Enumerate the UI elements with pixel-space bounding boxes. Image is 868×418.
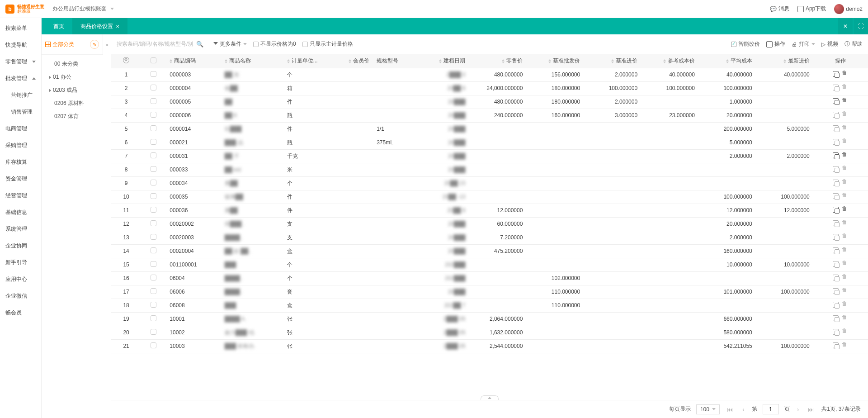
- col-wholesale[interactable]: 基准批发价: [526, 54, 584, 68]
- copy-icon[interactable]: [833, 125, 839, 131]
- delete-icon[interactable]: [842, 275, 848, 280]
- table-row[interactable]: 20000004收██箱20██ 824,000.000000180.00000…: [111, 81, 868, 95]
- print-button[interactable]: 🖨 打印: [792, 40, 815, 48]
- row-checkbox[interactable]: [141, 217, 166, 231]
- copy-icon[interactable]: [833, 288, 839, 294]
- col-date[interactable]: 建档日期: [417, 54, 469, 68]
- copy-icon[interactable]: [833, 180, 839, 185]
- delete-icon[interactable]: [842, 315, 848, 321]
- nav-item[interactable]: 批发管理: [0, 70, 41, 87]
- last-page-button[interactable]: ⏭: [806, 406, 816, 413]
- col-refcost[interactable]: 参考成本价: [641, 54, 698, 68]
- delete-icon[interactable]: [842, 139, 848, 145]
- col-unit[interactable]: 计量单位...: [283, 54, 336, 68]
- prev-page-button[interactable]: ‹: [741, 406, 746, 413]
- user-menu[interactable]: demo2: [834, 4, 863, 14]
- nav-item[interactable]: 采购管理: [0, 137, 41, 154]
- tab-home[interactable]: 首页: [45, 18, 72, 34]
- search-input[interactable]: [117, 39, 193, 49]
- nav-item[interactable]: 电商管理: [0, 120, 41, 137]
- first-page-button[interactable]: ⏮: [725, 406, 735, 413]
- delete-icon[interactable]: [842, 247, 848, 253]
- app-download-button[interactable]: App下载: [797, 5, 826, 13]
- table-row[interactable]: 1806008███盒202██ 7110.000000: [111, 299, 868, 312]
- table-row[interactable]: 1300020003████ .支20███7.2000002.000000: [111, 231, 868, 244]
- table-row[interactable]: 7000031██ 子千克20███2.0000002.000000: [111, 149, 868, 163]
- delete-icon[interactable]: [842, 85, 848, 90]
- more-conditions-button[interactable]: 更多条件: [213, 40, 247, 48]
- copy-icon[interactable]: [833, 220, 839, 226]
- workspace-selector[interactable]: 办公用品行业模拟账套: [45, 5, 121, 13]
- copy-icon[interactable]: [833, 152, 839, 158]
- delete-icon[interactable]: [842, 152, 848, 158]
- row-checkbox[interactable]: [141, 244, 166, 258]
- copy-icon[interactable]: [833, 261, 839, 267]
- table-row[interactable]: 10000003██ 东个2███ 0480.000000156.0000002…: [111, 68, 868, 81]
- table-row[interactable]: 1706006████ .套20███110.000000101.0000001…: [111, 285, 868, 299]
- copy-icon[interactable]: [833, 315, 839, 321]
- nav-item[interactable]: 应用中心: [0, 271, 41, 288]
- category-edit-button[interactable]: ✎: [90, 40, 99, 49]
- table-row[interactable]: 40000006██ K瓶20███240.000000160.0000003.…: [111, 109, 868, 122]
- row-checkbox[interactable]: [141, 176, 166, 190]
- col-code[interactable]: 商品编码: [166, 54, 221, 68]
- table-row[interactable]: 10000035玻璃██件20██ -13100.000000100.00000…: [111, 190, 868, 204]
- row-checkbox[interactable]: [141, 81, 166, 95]
- nav-item[interactable]: 经营管理: [0, 187, 41, 204]
- column-settings[interactable]: [111, 54, 141, 68]
- table-row[interactable]: 11000036测██件20██ 812.00000012.00000012.0…: [111, 204, 868, 217]
- table-row[interactable]: 15001100001███个202███10.00000010.000000: [111, 258, 868, 271]
- page-input[interactable]: [763, 404, 779, 414]
- only-main-unit-checkbox[interactable]: 只显示主计量价格: [302, 40, 353, 48]
- delete-icon[interactable]: [842, 342, 848, 348]
- delete-icon[interactable]: [842, 193, 848, 199]
- row-checkbox[interactable]: [141, 163, 166, 176]
- nav-item[interactable]: 搜索菜单: [0, 20, 41, 37]
- tab-price-settings[interactable]: 商品价格设置 ✕: [72, 18, 127, 34]
- copy-icon[interactable]: [833, 302, 839, 308]
- nav-item[interactable]: 基础信息: [0, 204, 41, 221]
- next-page-button[interactable]: ›: [795, 406, 801, 413]
- col-name[interactable]: 商品名称: [221, 54, 283, 68]
- table-row[interactable]: 1910001████ A.张2███ 052,064.000000660.00…: [111, 312, 868, 326]
- table-row[interactable]: 2010002扬力███ 结.张2███ 051,632.000000580.0…: [111, 326, 868, 339]
- table-row[interactable]: 6000021███ 品瓶375mL20███5.000000: [111, 136, 868, 149]
- row-checkbox[interactable]: [141, 326, 166, 339]
- row-checkbox[interactable]: [141, 95, 166, 109]
- expand-handle[interactable]: [481, 395, 499, 400]
- nav-item[interactable]: 库存核算: [0, 154, 41, 171]
- copy-icon[interactable]: [833, 139, 839, 145]
- nav-item[interactable]: 系统管理: [0, 221, 41, 238]
- delete-icon[interactable]: [842, 302, 848, 308]
- category-item[interactable]: 0203 成品: [42, 84, 111, 97]
- nav-subitem[interactable]: 销售管理: [0, 104, 41, 120]
- delete-icon[interactable]: [842, 261, 848, 267]
- delete-icon[interactable]: [842, 329, 848, 335]
- delete-icon[interactable]: [842, 125, 848, 131]
- help-button[interactable]: ⓘ 帮助: [844, 40, 863, 48]
- row-checkbox[interactable]: [141, 204, 166, 217]
- category-all-button[interactable]: 全部分类: [45, 41, 74, 48]
- search-icon[interactable]: 🔍: [196, 41, 203, 48]
- copy-icon[interactable]: [833, 275, 839, 280]
- table-row[interactable]: 50000014社███件1/120███200.0000005.000000: [111, 122, 868, 136]
- col-purchase[interactable]: 基准进价: [584, 54, 641, 68]
- copy-icon[interactable]: [833, 329, 839, 335]
- close-icon[interactable]: ✕: [116, 24, 119, 29]
- delete-icon[interactable]: [842, 71, 848, 77]
- col-member[interactable]: 会员价: [335, 54, 373, 68]
- copy-icon[interactable]: [833, 71, 839, 77]
- row-checkbox[interactable]: [141, 68, 166, 81]
- nav-item[interactable]: 企业协同: [0, 238, 41, 254]
- table-row[interactable]: 1400020004██ 款 ██ .盒20███475.200000160.0…: [111, 244, 868, 258]
- copy-icon[interactable]: [833, 234, 839, 240]
- row-checkbox[interactable]: [141, 271, 166, 285]
- table-row[interactable]: 9000034奥██个20██ 23: [111, 176, 868, 190]
- nav-item[interactable]: 零售管理: [0, 53, 41, 70]
- row-checkbox[interactable]: [141, 285, 166, 299]
- table-row[interactable]: 2110003███ 析称办.张2███ 052,544.000000542.2…: [111, 339, 868, 353]
- video-button[interactable]: ▷ 视频: [821, 40, 838, 48]
- tab-close-all-button[interactable]: ✕: [838, 18, 853, 34]
- col-latest[interactable]: 最新进价: [756, 54, 813, 68]
- copy-icon[interactable]: [833, 98, 839, 104]
